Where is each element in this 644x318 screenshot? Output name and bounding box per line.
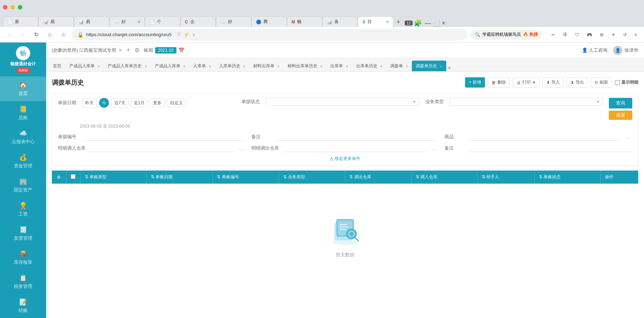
detail-in-input[interactable]	[88, 144, 234, 152]
browser-tab-11[interactable]: S 目 ×	[358, 16, 393, 27]
table-col-status[interactable]: ⇅ 单账状态	[534, 171, 600, 184]
page-tab-5[interactable]: 入库单历史 ×	[215, 61, 249, 71]
detail-out-picker-icon[interactable]: …	[430, 145, 439, 152]
browser-tab-3[interactable]: 📊 易	[74, 16, 109, 27]
page-tab-1-close[interactable]: ×	[98, 64, 100, 68]
today-btn[interactable]: 今	[99, 98, 109, 108]
browser-tab-1[interactable]: 📄 新	[3, 16, 38, 27]
brightness-btn[interactable]: ☀	[608, 31, 618, 39]
page-tab-6-close[interactable]: ×	[277, 64, 279, 68]
browser-tab-2[interactable]: 📊 易	[38, 16, 74, 27]
business-type-select[interactable]: ▼	[449, 98, 603, 106]
sidebar-item-reports[interactable]: ☁️ 云报表中心	[0, 125, 46, 149]
page-tab-7-close[interactable]: ×	[320, 64, 322, 68]
page-tab-7[interactable]: 材料出库单历史 ×	[284, 61, 326, 71]
page-tab-10[interactable]: 调拨单 ×	[386, 61, 412, 71]
goods-input[interactable]	[469, 133, 620, 141]
page-tab-11[interactable]: 调拨单历史 ×	[412, 61, 446, 71]
add-button[interactable]: + 新增	[465, 77, 485, 88]
page-tab-2-close[interactable]: ×	[144, 64, 147, 68]
page-tab-home[interactable]: 首页	[49, 61, 65, 71]
yesterday-btn[interactable]: 昨天	[82, 99, 97, 107]
page-tab-1[interactable]: 产成品入库单 ×	[65, 61, 104, 71]
table-col-type[interactable]: ⇅ 单账类型	[80, 171, 146, 184]
browser-tab-6[interactable]: C 企	[180, 16, 216, 27]
page-tab-10-close[interactable]: ×	[406, 64, 408, 68]
page-tab-9[interactable]: 出库单历史 ×	[352, 61, 386, 71]
company-settings-button[interactable]: ⚙	[135, 47, 140, 54]
menu-btn[interactable]: ≡	[632, 31, 640, 39]
company-add-button[interactable]: +	[126, 46, 130, 54]
page-tab-8-close[interactable]: ×	[346, 64, 348, 68]
browser-tab-9[interactable]: M 畅	[287, 16, 322, 27]
page-tab-9-close[interactable]: ×	[380, 64, 382, 68]
more-btn[interactable]: 更多	[150, 99, 165, 107]
custom-btn[interactable]: 自定义	[167, 99, 186, 107]
page-tab-4[interactable]: 入库单 ×	[189, 61, 215, 71]
browser-search-box[interactable]: 🔍 学霸应聘机场驱鸟员 🔥 热搜	[471, 30, 542, 40]
page-tab-4-close[interactable]: ×	[209, 64, 211, 68]
translate-btn[interactable]: 译	[560, 30, 570, 39]
new-tab-button[interactable]: +	[393, 17, 403, 27]
sidebar-item-wages[interactable]: 👷 工资	[0, 197, 46, 222]
display-toggle-checkbox[interactable]	[615, 80, 620, 85]
table-col-number[interactable]: ⇅ 单账编号	[213, 171, 279, 184]
maximize-window-btn[interactable]	[18, 5, 22, 10]
sidebar-item-inventory[interactable]: 📦 库存核算	[0, 246, 46, 270]
table-checkbox-column[interactable]	[66, 171, 80, 184]
sidebar-item-closing[interactable]: 📝 结账	[0, 294, 46, 318]
doc-number-input[interactable]	[82, 133, 246, 141]
window-controls[interactable]: —	[425, 19, 431, 27]
undo-btn[interactable]: ↺	[620, 31, 629, 39]
browser-tab-7[interactable]: ☁️ 好	[216, 16, 251, 27]
cut-btn[interactable]: ✂	[549, 31, 558, 39]
goods-picker-icon[interactable]: …	[623, 133, 632, 140]
1month-btn[interactable]: 近1月	[131, 99, 148, 107]
table-col-business[interactable]: ⇅ 业务类型	[279, 171, 345, 184]
restore-window-icon[interactable]: ⬜	[432, 19, 440, 27]
browser-tab-4[interactable]: ☁️ 好 ×	[109, 16, 145, 27]
company-selector[interactable]: (勿删勿禁用) 江西服宝测试专用 ▼	[52, 47, 122, 54]
sidebar-item-ledger[interactable]: 📒 总账	[0, 101, 46, 125]
table-col-in-warehouse[interactable]: ⇅ 调入仓库	[411, 171, 477, 184]
detail-out-input[interactable]	[282, 144, 427, 152]
detail-in-picker-icon[interactable]: …	[236, 145, 246, 152]
page-tab-5-close[interactable]: ×	[243, 64, 245, 68]
query-button[interactable]: 查询	[609, 98, 632, 108]
page-tab-6[interactable]: 材料出库单 ×	[249, 61, 283, 71]
url-chevron-down-icon[interactable]: ∨	[192, 32, 196, 37]
export-button[interactable]: ⬇ 导出	[567, 77, 588, 88]
forward-button[interactable]: ›	[18, 30, 28, 40]
column-settings-icon[interactable]: ⚙	[57, 175, 61, 180]
page-tab-3-close[interactable]: ×	[183, 64, 185, 68]
minimize-window-btn[interactable]	[10, 5, 15, 10]
remark-input[interactable]	[275, 133, 439, 141]
service-button[interactable]: 👤 人工咨询	[582, 47, 607, 54]
7days-btn[interactable]: 近7天	[111, 99, 129, 107]
tab4-close-icon[interactable]: ×	[138, 19, 140, 24]
detail-remark-input[interactable]	[469, 144, 632, 152]
page-tab-3[interactable]: 产成品入库单 ×	[151, 61, 189, 71]
status-select[interactable]: ▼	[266, 98, 419, 106]
print-button[interactable]: 🖨 打印 ▼	[513, 77, 540, 88]
refresh-button-page[interactable]: ↻ 刷新	[591, 77, 612, 88]
sidebar-item-tax[interactable]: 📋 税务管理	[0, 270, 46, 294]
table-col-out-warehouse[interactable]: ⇅ 调出仓库	[345, 171, 411, 184]
home-button[interactable]: ⌂	[45, 30, 55, 40]
close-window-icon[interactable]: ×	[442, 19, 446, 27]
browser-tab-10[interactable]: 📊 各	[322, 16, 358, 27]
sidebar-item-invoice[interactable]: 🧾 发票管理	[0, 222, 46, 246]
select-all-checkbox[interactable]	[71, 174, 76, 179]
sidebar-item-home[interactable]: 🏠 首页	[0, 77, 46, 101]
back-button[interactable]: ‹	[4, 30, 14, 40]
sidebar-item-funds[interactable]: 💰 资金管理	[0, 149, 46, 173]
extensions-icon[interactable]: 🧩	[414, 19, 422, 27]
import-button[interactable]: ⬆ 导入	[542, 77, 564, 88]
table-settings-column[interactable]: ⚙	[52, 171, 66, 184]
sidebar-item-assets[interactable]: 🏢 固定资产	[0, 173, 46, 197]
browser-tab-5[interactable]: 📄 个	[145, 16, 180, 27]
user-info[interactable]: 👤 徐泽华	[613, 46, 638, 55]
filter-settings-button[interactable]: 设置	[609, 111, 632, 120]
close-window-btn[interactable]	[3, 5, 7, 10]
url-bar[interactable]: 🔒 https://cloud.chanjet.com/accounting/u…	[72, 29, 467, 40]
